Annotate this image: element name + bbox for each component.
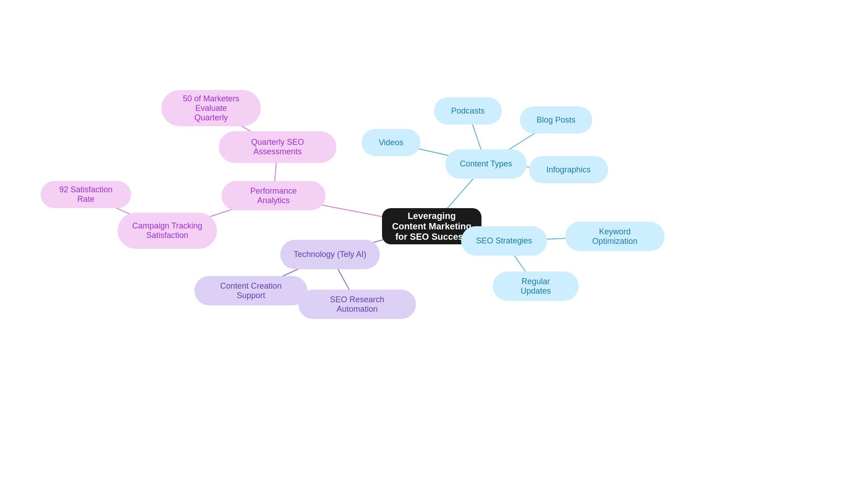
node-50-marketers[interactable]: 50 of Marketers Evaluate Quarterly — [161, 90, 261, 126]
node-seo-strategies[interactable]: SEO Strategies — [461, 226, 547, 256]
node-seo-research[interactable]: SEO Research Automation — [298, 290, 416, 319]
node-podcasts[interactable]: Podcasts — [434, 97, 502, 124]
node-regular-updates[interactable]: Regular Updates — [493, 271, 579, 301]
node-campaign-tracking[interactable]: Campaign Tracking Satisfaction — [118, 213, 217, 249]
node-content-creation[interactable]: Content Creation Support — [194, 276, 307, 305]
node-quarterly-seo[interactable]: Quarterly SEO Assessments — [219, 131, 336, 163]
node-infographics[interactable]: Infographics — [529, 156, 608, 183]
node-content-types[interactable]: Content Types — [445, 149, 527, 179]
mind-map-container: Leveraging Content Marketing for SEO Suc… — [0, 0, 868, 490]
node-keyword-optimization[interactable]: Keyword Optimization — [565, 222, 665, 251]
node-92-satisfaction[interactable]: 92 Satisfaction Rate — [41, 181, 131, 208]
node-videos[interactable]: Videos — [362, 129, 420, 156]
node-performance-analytics[interactable]: Performance Analytics — [222, 181, 326, 210]
node-technology-tely[interactable]: Technology (Tely AI) — [280, 240, 380, 269]
node-blog-posts[interactable]: Blog Posts — [520, 106, 592, 133]
